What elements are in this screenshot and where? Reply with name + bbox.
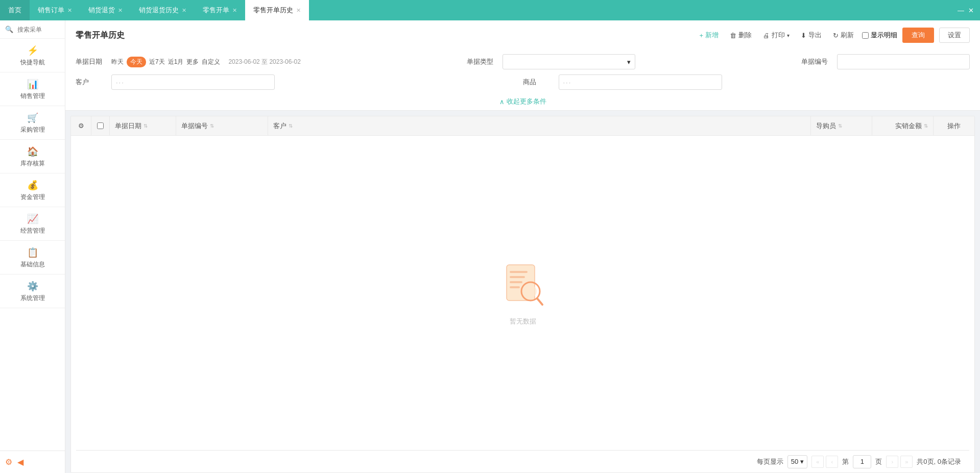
customer-filter-input[interactable]: ··· [111,74,275,90]
sidebar-item-quick-nav[interactable]: ⚡ 快捷导航 [0,39,65,72]
table-header: ⚙ 单据日期 ⇅ 单据编号 ⇅ 客户 ⇅ 导购员 [71,116,974,136]
nav-tab-sales-return-close[interactable]: ✕ [118,7,123,14]
refresh-button[interactable]: ↻ 刷新 [830,29,857,42]
nav-tab-retail-open-history-close[interactable]: ✕ [296,7,301,14]
th-settings[interactable]: ⚙ [71,116,91,135]
sidebar-item-system[interactable]: ⚙️ 系统管理 [0,275,65,308]
page-header: 零售开单历史 + 新增 🗑 删除 🖨 打印 ▾ [65,20,980,111]
display-detail-checkbox-wrap[interactable]: 显示明细 [862,31,897,40]
th-action-label: 操作 [947,121,961,131]
search-input[interactable] [17,26,53,33]
nav-tab-sales-return[interactable]: 销货退货 ✕ [80,0,131,20]
sidebar-item-search[interactable]: 🔍 [0,20,65,39]
date-opt-today[interactable]: 今天 [127,57,146,67]
sales-icon: 📊 [27,79,38,90]
table-wrap: ⚙ 单据日期 ⇅ 单据编号 ⇅ 客户 ⇅ 导购员 [70,116,975,473]
sidebar-item-finance-label: 资金管理 [20,193,45,202]
number-filter-label: 单据编号 [801,57,837,66]
page-first-btn[interactable]: « [811,456,824,468]
sidebar-item-basic[interactable]: 📋 基础信息 [0,241,65,275]
page-current-input[interactable] [853,455,871,468]
minimize-btn[interactable]: — [958,7,964,14]
nav-tab-retail-open-close[interactable]: ✕ [232,7,237,14]
chevron-up-icon: ∧ [499,98,505,106]
svg-rect-4 [510,286,520,288]
sidebar-item-inventory[interactable]: 🏠 库存核算 [0,140,65,173]
sidebar-item-sales[interactable]: 📊 销售管理 [0,72,65,106]
date-opt-1month[interactable]: 近1月 [168,58,184,66]
date-opt-custom[interactable]: 自定义 [202,58,220,66]
filter-row-customer: 客户 ··· 商品 ··· [76,74,970,90]
nav-tab-sales-order-close[interactable]: ✕ [67,7,72,14]
sidebar-item-system-label: 系统管理 [20,294,45,303]
sidebar-item-purchase[interactable]: 🛒 采购管理 [0,106,65,140]
nav-tab-sales-order-label: 销售订单 [38,6,64,15]
nav-tab-sales-return-history[interactable]: 销货退货历史 ✕ [131,0,195,20]
refresh-icon: ↻ [833,32,839,39]
nav-tab-sales-return-history-close[interactable]: ✕ [182,7,186,14]
window-controls: — ✕ [958,7,980,14]
add-button[interactable]: + 新增 [696,29,722,42]
delete-label: 删除 [738,31,752,40]
date-opt-more[interactable]: 更多 [186,58,199,66]
goods-filter-input[interactable]: ··· [559,74,722,90]
display-detail-checkbox[interactable] [862,32,869,39]
export-button[interactable]: ⬇ 导出 [798,29,825,42]
display-detail-label: 显示明细 [871,31,897,40]
type-filter-dropdown-icon: ▾ [627,58,631,66]
th-amount-sort-icon: ⇅ [924,123,928,129]
setting-button[interactable]: 设置 [939,28,970,43]
nav-tab-sales-order[interactable]: 销售订单 ✕ [30,0,80,20]
th-date[interactable]: 单据日期 ⇅ [110,116,176,135]
number-filter-input[interactable] [837,54,970,69]
nav-tab-sales-return-history-label: 销货退货历史 [139,6,179,15]
table-empty: 暂无数据 [71,136,974,450]
nav-tab-home[interactable]: 首页 [0,0,30,20]
th-customer-label: 客户 [273,121,286,131]
delete-button[interactable]: 🗑 删除 [727,29,755,42]
sidebar-bottom: ⚙ ◀ [0,451,65,473]
goods-filter-dots: ··· [563,79,572,86]
purchase-icon: 🛒 [27,112,38,123]
th-amount-label: 实销金额 [895,121,922,131]
th-date-sort-icon: ⇅ [144,123,148,129]
th-check[interactable] [91,116,110,135]
page-next-btn[interactable]: › [886,456,898,468]
date-filter-label: 单据日期 [76,57,111,66]
date-range-text: 2023-06-02 至 2023-06-02 [228,58,300,66]
page-size-select[interactable]: 50 ▾ [787,455,807,468]
th-customer[interactable]: 客户 ⇅ [268,116,811,135]
th-number[interactable]: 单据编号 ⇅ [176,116,268,135]
sidebar-collapse-btn[interactable]: ◀ [17,457,23,467]
settings-icon: ⚙ [78,122,84,130]
query-button[interactable]: 查询 [902,28,934,43]
th-guide[interactable]: 导购员 ⇅ [811,116,872,135]
date-opt-7days[interactable]: 近7天 [149,58,165,66]
th-amount[interactable]: 实销金额 ⇅ [872,116,934,135]
select-all-checkbox[interactable] [97,122,104,129]
delete-icon: 🗑 [730,32,736,39]
print-button[interactable]: 🖨 打印 ▾ [760,29,793,42]
sidebar-item-ops[interactable]: 📈 经营管理 [0,207,65,241]
main-layout: 🔍 ⚡ 快捷导航 📊 销售管理 🛒 采购管理 🏠 库存核算 💰 资金管理 📈 经… [0,20,980,473]
sidebar-gear-btn[interactable]: ⚙ [5,457,12,467]
close-btn[interactable]: ✕ [968,7,974,14]
ops-icon: 📈 [27,213,38,225]
date-opt-yesterday[interactable]: 昨天 [111,58,124,66]
type-filter-select[interactable]: ▾ [503,54,635,69]
page-nav: « ‹ 第 页 › » [811,455,913,468]
export-icon: ⬇ [801,32,806,39]
content-area: 零售开单历史 + 新增 🗑 删除 🖨 打印 ▾ [65,20,980,473]
page-last-btn[interactable]: » [900,456,913,468]
sidebar-item-finance[interactable]: 💰 资金管理 [0,173,65,207]
nav-tab-retail-open[interactable]: 零售开单 ✕ [195,0,245,20]
page-prev-btn[interactable]: ‹ [826,456,838,468]
svg-rect-3 [510,281,522,283]
th-number-sort-icon: ⇅ [210,123,214,129]
toolbar: + 新增 🗑 删除 🖨 打印 ▾ ⬇ 导出 [696,28,970,43]
svg-line-7 [537,298,542,305]
th-action: 操作 [934,116,974,135]
collapse-row[interactable]: ∧ 收起更多条件 [76,95,970,110]
svg-point-6 [524,285,537,297]
nav-tab-retail-open-history[interactable]: 零售开单历史 ✕ [245,0,309,20]
